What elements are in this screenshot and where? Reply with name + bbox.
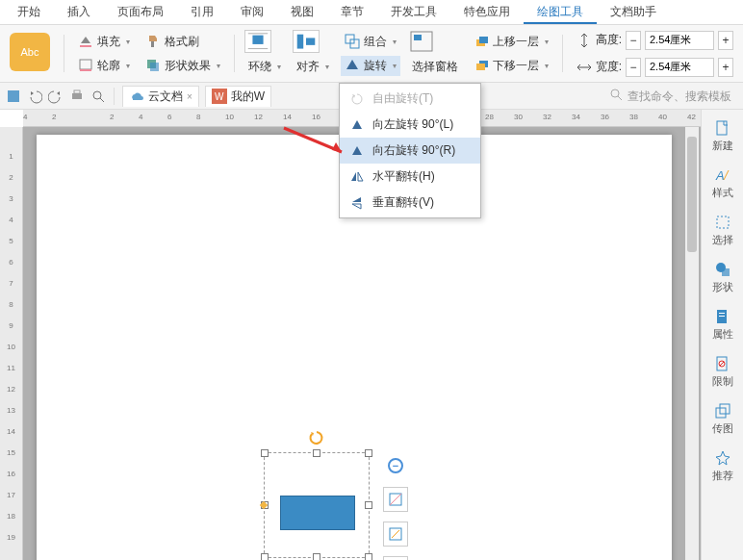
fb-fill-button[interactable]: [383, 487, 408, 512]
cloud-doc-tab[interactable]: 云文档 ×: [122, 86, 199, 107]
search-input[interactable]: 查找命令、搜索模板: [603, 88, 737, 105]
tab-start[interactable]: 开始: [4, 0, 54, 24]
menu-free-rotate: 自由旋转(T): [340, 86, 480, 112]
fill-button[interactable]: 填充: [74, 32, 134, 52]
wrap-button[interactable]: 环绕: [244, 57, 285, 77]
svg-rect-9: [296, 35, 302, 49]
shape-effect-button[interactable]: 形状效果: [141, 56, 224, 76]
tab-insert[interactable]: 插入: [54, 0, 104, 24]
height-input[interactable]: [645, 31, 714, 50]
sp-shape[interactable]: 形状: [712, 261, 733, 294]
sp-property[interactable]: 属性: [712, 308, 733, 342]
vertical-scrollbar[interactable]: [685, 127, 699, 560]
width-input[interactable]: [645, 58, 714, 77]
menu-rotate-right[interactable]: 向右旋转 90°(R): [340, 138, 480, 164]
flip-v-icon: [349, 195, 365, 211]
width-plus[interactable]: +: [718, 58, 733, 77]
sp-new[interactable]: 新建: [712, 119, 733, 153]
tab-chapter[interactable]: 章节: [327, 0, 377, 24]
svg-rect-44: [716, 408, 726, 418]
my-doc-tab[interactable]: W 我的W: [205, 86, 271, 107]
group-button[interactable]: 组合: [341, 32, 400, 52]
right-side-panel: 新建 A样式 选择 形状 属性 限制 传图 推荐: [701, 110, 743, 560]
handle-br[interactable]: [365, 553, 372, 560]
handle-r[interactable]: [365, 501, 372, 509]
sp-style[interactable]: A样式: [712, 166, 733, 200]
cloud-icon: [129, 89, 144, 104]
sp-chuantu[interactable]: 传图: [712, 402, 733, 436]
move-up-button[interactable]: 上移一层: [470, 32, 552, 52]
handle-tr[interactable]: [365, 449, 372, 457]
width-row: 宽度: − +: [573, 56, 737, 79]
width-icon: [576, 60, 592, 75]
tab-layout[interactable]: 页面布局: [104, 0, 177, 24]
shape-style-preview[interactable]: Abc: [10, 33, 50, 71]
format-painter-button[interactable]: 格式刷: [141, 32, 224, 52]
handle-tl[interactable]: [261, 449, 269, 457]
svg-rect-14: [414, 35, 422, 40]
width-minus[interactable]: −: [626, 58, 641, 77]
select-icon: [714, 214, 731, 231]
tab-view[interactable]: 视图: [277, 0, 327, 24]
svg-rect-45: [720, 404, 730, 414]
close-icon[interactable]: ×: [187, 91, 192, 102]
menu-flip-h[interactable]: 水平翻转(H): [340, 164, 480, 190]
height-minus[interactable]: −: [626, 31, 641, 50]
handle-b[interactable]: [313, 553, 320, 560]
svg-rect-40: [719, 316, 725, 317]
svg-rect-6: [252, 36, 263, 44]
svg-line-30: [392, 530, 399, 538]
tab-review[interactable]: 审阅: [227, 0, 277, 24]
tab-special[interactable]: 特色应用: [450, 0, 524, 24]
sp-limit[interactable]: 限制: [712, 355, 733, 389]
sp-recommend[interactable]: 推荐: [712, 449, 733, 483]
tab-doc-helper[interactable]: 文档助手: [597, 0, 670, 24]
svg-rect-20: [72, 93, 82, 99]
menu-flip-v[interactable]: 垂直翻转(V): [340, 190, 480, 216]
collapse-button[interactable]: −: [388, 458, 403, 473]
fb-effect-button[interactable]: [383, 556, 408, 560]
svg-rect-16: [479, 37, 488, 43]
svg-rect-1: [80, 60, 91, 69]
handle-t[interactable]: [313, 449, 320, 457]
svg-rect-10: [306, 38, 315, 44]
vertical-ruler: 12345678910111213141516171819: [0, 127, 23, 560]
svg-rect-0: [80, 45, 91, 47]
save-icon[interactable]: [6, 89, 21, 104]
tab-dev[interactable]: 开发工具: [377, 0, 450, 24]
fill-icon: [78, 34, 93, 49]
ribbon: Abc 填充 轮廓 格式刷 形状效果 环绕 对齐 组合 旋转 选择窗格 上移一层…: [0, 25, 743, 83]
undo-icon[interactable]: [27, 89, 42, 104]
outline-button[interactable]: 轮廓: [74, 56, 134, 76]
shape-icon: [714, 261, 731, 278]
print-icon[interactable]: [69, 89, 85, 104]
svg-rect-39: [719, 313, 725, 314]
wrap-preview-icon: [244, 30, 271, 53]
svg-point-22: [93, 91, 101, 99]
upload-image-icon: [714, 402, 731, 420]
svg-rect-35: [717, 216, 729, 228]
height-plus[interactable]: +: [718, 31, 733, 50]
scrollbar-thumb[interactable]: [687, 137, 697, 252]
limit-icon: [714, 355, 731, 372]
svg-line-23: [100, 98, 104, 102]
tab-reference[interactable]: 引用: [177, 0, 227, 24]
handle-bl[interactable]: [261, 553, 269, 560]
tab-drawing-tools[interactable]: 绘图工具: [524, 0, 597, 24]
rotate-button[interactable]: 旋转: [341, 56, 400, 76]
wps-icon: W: [212, 89, 227, 104]
align-button[interactable]: 对齐: [293, 57, 333, 77]
redo-icon[interactable]: [48, 89, 64, 104]
selection-pane-button[interactable]: 选择窗格: [408, 57, 462, 77]
menu-rotate-left[interactable]: 向左旋转 90°(L): [340, 112, 480, 138]
floating-toolbar: −: [383, 458, 408, 560]
move-up-icon: [474, 34, 489, 49]
sp-select[interactable]: 选择: [712, 214, 733, 247]
svg-line-43: [720, 362, 724, 366]
shape-selection[interactable]: [264, 452, 370, 558]
fb-outline-button[interactable]: [383, 522, 408, 547]
rotate-handle[interactable]: [309, 430, 324, 445]
move-down-button[interactable]: 下移一层: [470, 56, 552, 76]
rectangle-shape[interactable]: [280, 496, 355, 530]
preview-icon[interactable]: [90, 89, 106, 104]
